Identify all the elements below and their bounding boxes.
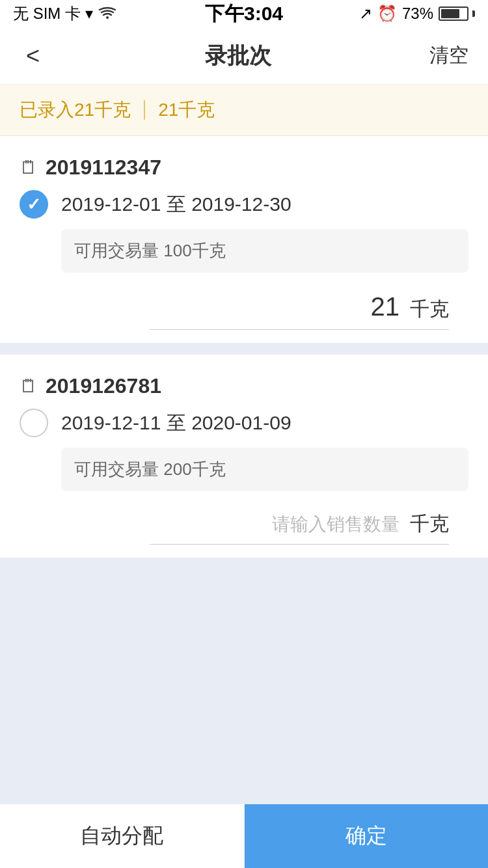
info-banner: 已录入21千克 21千克 bbox=[0, 85, 488, 136]
batch-item-2[interactable]: 🗒 2019126781 2019-12-11 至 2020-01-09 可用交… bbox=[0, 355, 488, 558]
bottom-bar: 自动分配 确定 bbox=[0, 804, 488, 868]
batch-1-amount: 21 bbox=[371, 292, 400, 321]
nav-bar: < 录批次 清空 bbox=[0, 27, 488, 85]
check-icon: ✓ bbox=[27, 195, 41, 215]
back-button[interactable]: < bbox=[20, 36, 46, 76]
batch-1-icon: 🗒 bbox=[20, 157, 38, 178]
batch-2-date: 2019-12-11 至 2020-01-09 bbox=[61, 410, 291, 437]
batch-2-id: 2019126781 bbox=[46, 374, 161, 398]
status-left: 无 SIM 卡 ▾ bbox=[13, 3, 116, 24]
sim-label: 无 SIM 卡 ▾ bbox=[13, 3, 93, 24]
location-icon: ↗ bbox=[359, 5, 372, 23]
status-right: ↗ ⏰ 73% bbox=[359, 5, 475, 23]
batch-2-radio[interactable] bbox=[20, 409, 48, 437]
alarm-icon: ⏰ bbox=[377, 5, 397, 23]
clear-button[interactable]: 清空 bbox=[429, 42, 468, 69]
confirm-button[interactable]: 确定 bbox=[245, 804, 489, 868]
batch-2-input-row[interactable]: 请输入销售数量 千克 bbox=[20, 498, 468, 544]
info-divider bbox=[144, 100, 145, 120]
batch-1-unit: 千克 bbox=[410, 296, 449, 323]
card-divider bbox=[0, 343, 488, 355]
batch-1-available: 可用交易量 100千克 bbox=[61, 229, 468, 273]
batch-item-1[interactable]: 🗒 2019112347 ✓ 2019-12-01 至 2019-12-30 可… bbox=[0, 136, 488, 343]
auto-distribute-button[interactable]: 自动分配 bbox=[0, 804, 245, 868]
status-time: 下午3:04 bbox=[205, 1, 283, 27]
batch-1-underline bbox=[150, 329, 449, 330]
page-title: 录批次 bbox=[205, 41, 271, 71]
battery-percent: 73% bbox=[402, 5, 433, 23]
batch-2-underline bbox=[150, 544, 449, 545]
batch-2-unit: 千克 bbox=[410, 511, 449, 537]
batch-2-input-placeholder: 请输入销售数量 bbox=[272, 512, 400, 537]
svg-point-0 bbox=[106, 16, 109, 19]
status-bar: 无 SIM 卡 ▾ 下午3:04 ↗ ⏰ 73% bbox=[0, 0, 488, 27]
batch-1-date: 2019-12-01 至 2019-12-30 bbox=[61, 191, 291, 218]
wifi-icon bbox=[98, 5, 116, 23]
main-content: 已录入21千克 21千克 🗒 2019112347 ✓ 2019-12-01 至… bbox=[0, 85, 488, 804]
batch-2-available: 可用交易量 200千克 bbox=[61, 448, 468, 491]
batch-1-id: 2019112347 bbox=[46, 156, 161, 180]
entered-label: 已录入21千克 bbox=[20, 98, 131, 122]
battery-icon bbox=[439, 7, 475, 21]
batch-1-amount-row: 21 千克 bbox=[20, 279, 468, 329]
total-label: 21千克 bbox=[158, 98, 215, 122]
batch-1-radio[interactable]: ✓ bbox=[20, 190, 48, 219]
batch-1-header: 🗒 2019112347 bbox=[20, 156, 468, 180]
batch-2-header: 🗒 2019126781 bbox=[20, 374, 468, 398]
bottom-space bbox=[0, 558, 488, 804]
batch-2-icon: 🗒 bbox=[20, 375, 38, 397]
batch-1-row[interactable]: ✓ 2019-12-01 至 2019-12-30 bbox=[20, 190, 468, 219]
batch-2-row[interactable]: 2019-12-11 至 2020-01-09 bbox=[20, 409, 468, 437]
